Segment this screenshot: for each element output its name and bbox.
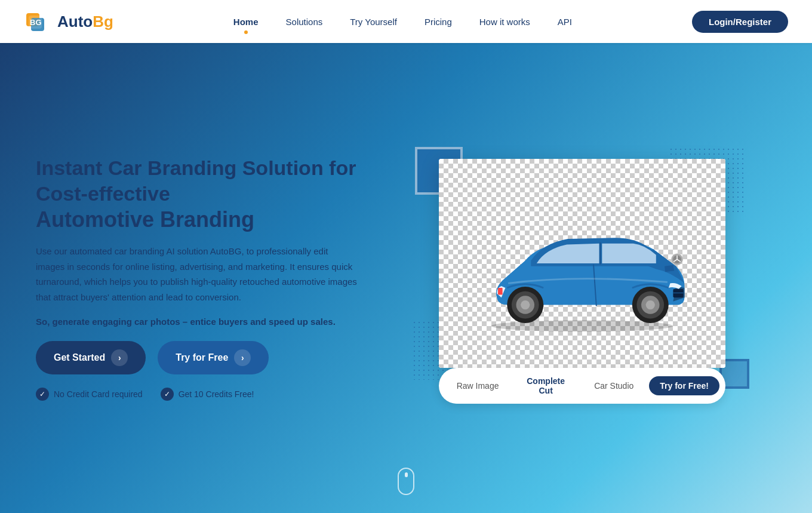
logo-text: AutoBg [57,13,113,31]
tab-raw-image[interactable]: Raw Image [445,376,510,395]
tab-try-button[interactable]: Try for Free! [649,376,719,395]
checker-background [439,159,725,368]
svg-rect-9 [498,287,503,294]
login-register-button[interactable]: Login/Register [692,11,788,33]
hero-description: Use our automated car branding AI soluti… [36,244,358,305]
nav-try-yourself[interactable]: Try Yourself [339,12,408,32]
car-image-frame [439,159,725,368]
hero-cta-text: So, generate engaging car photos – entic… [36,317,382,327]
tab-complete-cut[interactable]: Complete Cut [513,371,579,400]
get-started-button[interactable]: Get Started › [36,341,146,374]
logo-icon: BG [24,7,53,36]
image-card-wrapper: Raw Image Complete Cut Car Studio Try fo… [427,153,737,404]
hero-title-highlight: Automotive Branding [36,207,254,232]
nav-pricing[interactable]: Pricing [414,12,463,32]
hero-content-right: Raw Image Complete Cut Car Studio Try fo… [382,153,782,404]
hero-section: Instant Car Branding Solution for Cost-e… [0,0,812,513]
svg-text:BG: BG [30,18,42,27]
get-started-arrow-icon: › [111,349,128,366]
hero-title: Instant Car Branding Solution for Cost-e… [36,155,382,233]
tab-car-studio[interactable]: Car Studio [581,376,647,395]
navbar: BG AutoBg Home Solutions Try Yourself Pr… [0,0,812,43]
scroll-indicator [398,468,414,495]
logo-link[interactable]: BG AutoBg [24,7,113,36]
no-cc-check-icon: ✓ [36,388,49,401]
hero-badges: ✓ No Credit Card required ✓ Get 10 Credi… [36,388,382,401]
credits-badge: ✓ Get 10 Credits Free! [161,388,254,401]
nav-home[interactable]: Home [223,12,269,32]
credits-check-icon: ✓ [161,388,174,401]
svg-point-15 [646,300,655,309]
try-free-arrow-icon: › [234,349,251,366]
no-cc-badge: ✓ No Credit Card required [36,388,143,401]
nav-how-it-works[interactable]: How it works [469,12,541,32]
nav-solutions[interactable]: Solutions [275,12,334,32]
scroll-dot [405,472,408,477]
scroll-mouse-icon [398,468,414,495]
car-image [463,192,702,335]
nav-api[interactable]: API [547,12,583,32]
svg-point-19 [521,300,530,309]
try-for-free-button[interactable]: Try for Free › [158,341,269,374]
image-tab-bar: Raw Image Complete Cut Car Studio Try fo… [439,368,725,404]
hero-buttons: Get Started › Try for Free › [36,341,382,374]
hero-content-left: Instant Car Branding Solution for Cost-e… [36,155,382,401]
navbar-links: Home Solutions Try Yourself Pricing How … [223,12,583,32]
